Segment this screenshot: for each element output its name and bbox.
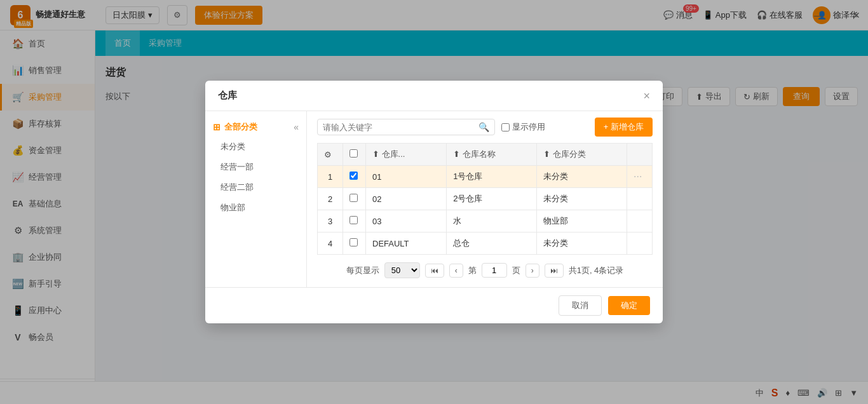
search-input-wrap: 🔍: [317, 119, 495, 135]
row-more: ···: [627, 166, 653, 188]
more-icon[interactable]: ···: [634, 171, 642, 182]
row-num: 3: [318, 210, 343, 232]
row-num: 1: [318, 166, 343, 188]
row-more: [627, 188, 653, 210]
search-icon: 🔍: [478, 122, 489, 132]
row-checkbox[interactable]: [349, 216, 358, 224]
page-number-input[interactable]: [482, 263, 507, 278]
modal-overlay[interactable]: 仓库 × ⊞ 全部分类 « 未分类 经营一部 经营二部 物业部: [0, 0, 868, 404]
table-row[interactable]: 4 DEFAULT 总仓 未分类: [318, 232, 653, 255]
row-code: 03: [366, 210, 447, 232]
category-sidebar: ⊞ 全部分类 « 未分类 经营一部 经营二部 物业部: [205, 111, 307, 287]
grid-icon: ⊞: [213, 122, 220, 132]
row-more: [627, 232, 653, 255]
first-page-button[interactable]: ⏮: [425, 264, 444, 278]
pagination-bar: 每页显示 50 10 20 100 ⏮ ‹ 第 页 › ⏭ 共1页, 4条记录: [317, 255, 653, 281]
category-item-unclassified[interactable]: 未分类: [205, 137, 306, 157]
row-category: 未分类: [537, 166, 627, 188]
prev-page-button[interactable]: ‹: [449, 264, 463, 278]
row-name: 水: [447, 210, 537, 232]
row-checkbox[interactable]: [349, 238, 358, 246]
category-item-property[interactable]: 物业部: [205, 198, 306, 218]
row-checkbox-cell: [343, 232, 366, 255]
per-page-label: 每页显示: [346, 265, 379, 276]
row-num: 4: [318, 232, 343, 255]
col-settings: ⚙: [318, 144, 343, 166]
row-category: 未分类: [537, 232, 627, 255]
row-code: DEFAULT: [366, 232, 447, 255]
row-category: 物业部: [537, 210, 627, 232]
show-disabled-checkbox[interactable]: [501, 123, 510, 131]
add-warehouse-button[interactable]: + 新增仓库: [595, 118, 653, 137]
modal-close-button[interactable]: ×: [643, 90, 650, 102]
warehouse-modal: 仓库 × ⊞ 全部分类 « 未分类 经营一部 经营二部 物业部: [205, 81, 663, 323]
row-code: 02: [366, 188, 447, 210]
modal-footer: 取消 确定: [205, 287, 663, 323]
table-wrapper: ⚙ ⬆ 仓库... ⬆ 仓库名称: [317, 143, 653, 255]
show-disabled-checkbox-label[interactable]: 显示停用: [501, 121, 545, 133]
row-more: [627, 210, 653, 232]
select-all-checkbox[interactable]: [349, 149, 358, 158]
row-name: 2号仓库: [447, 188, 537, 210]
page-suffix: 页: [512, 265, 520, 276]
category-header[interactable]: ⊞ 全部分类 «: [205, 118, 306, 137]
modal-header: 仓库 ×: [205, 81, 663, 111]
warehouse-table: ⚙ ⬆ 仓库... ⬆ 仓库名称: [317, 143, 653, 255]
row-code: 01: [366, 166, 447, 188]
total-info: 共1页, 4条记录: [569, 265, 624, 276]
cancel-button[interactable]: 取消: [559, 295, 602, 316]
row-checkbox-cell: [343, 210, 366, 232]
table-toolbar: 🔍 显示停用 + 新增仓库: [317, 118, 653, 137]
category-item-ops1[interactable]: 经营一部: [205, 157, 306, 177]
table-row[interactable]: 3 03 水 物业部: [318, 210, 653, 232]
row-category: 未分类: [537, 188, 627, 210]
per-page-select[interactable]: 50 10 20 100: [384, 262, 420, 278]
page-label: 第: [468, 265, 477, 276]
collapse-icon[interactable]: «: [294, 122, 299, 132]
row-checkbox-cell: [343, 166, 366, 188]
confirm-button[interactable]: 确定: [608, 296, 650, 315]
show-disabled-label: 显示停用: [512, 121, 545, 133]
table-body: 1 01 1号仓库 未分类 ··· 2: [318, 166, 653, 255]
row-name: 总仓: [447, 232, 537, 255]
next-page-button[interactable]: ›: [526, 264, 539, 278]
table-head: ⚙ ⬆ 仓库... ⬆ 仓库名称: [318, 144, 653, 166]
col-more: [627, 144, 653, 166]
col-code: ⬆ 仓库...: [366, 144, 447, 166]
table-area: 🔍 显示停用 + 新增仓库 ⚙: [307, 111, 663, 287]
row-checkbox[interactable]: [349, 194, 358, 202]
col-name: ⬆ 仓库名称: [447, 144, 537, 166]
category-item-ops2[interactable]: 经营二部: [205, 177, 306, 198]
modal-title: 仓库: [218, 90, 237, 102]
table-row[interactable]: 2 02 2号仓库 未分类: [318, 188, 653, 210]
row-checkbox-cell: [343, 188, 366, 210]
category-all-label: ⊞ 全部分类: [213, 121, 257, 133]
row-num: 2: [318, 188, 343, 210]
row-checkbox[interactable]: [349, 172, 358, 180]
modal-body: ⊞ 全部分类 « 未分类 经营一部 经营二部 物业部 🔍: [205, 111, 663, 287]
col-checkbox: [343, 144, 366, 166]
row-name: 1号仓库: [447, 166, 537, 188]
search-input[interactable]: [323, 123, 478, 132]
table-header-row: ⚙ ⬆ 仓库... ⬆ 仓库名称: [318, 144, 653, 166]
last-page-button[interactable]: ⏭: [545, 264, 564, 278]
col-category: ⬆ 仓库分类: [537, 144, 627, 166]
table-row[interactable]: 1 01 1号仓库 未分类 ···: [318, 166, 653, 188]
